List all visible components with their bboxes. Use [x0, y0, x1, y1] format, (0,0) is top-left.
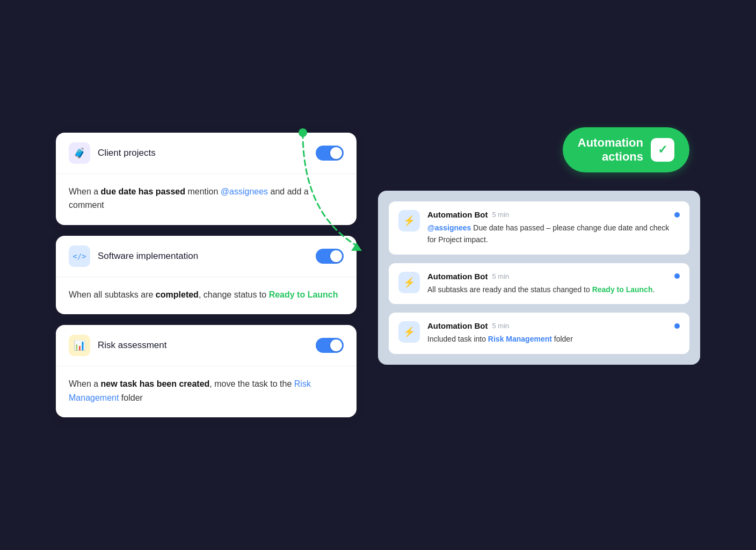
automation-actions-text: Automation actions	[578, 136, 643, 164]
card-header-risk: 📊 Risk assessment	[56, 325, 357, 366]
completed-text: completed	[156, 290, 199, 299]
chat-content-1: Automation Bot 5 min @assignees Due date…	[427, 210, 680, 245]
due-date-text: due date has passed	[101, 187, 185, 196]
chat-header-row-1: Automation Bot 5 min	[427, 210, 680, 219]
risk-body: When a new task has been created, move t…	[56, 366, 357, 417]
check-icon-box: ✓	[651, 138, 674, 162]
card-header-left-2: </> Software implementation	[69, 245, 198, 267]
assignees-link: @assignees	[221, 187, 268, 196]
chat-text-2: All subtasks are ready and the status ch…	[427, 284, 680, 296]
bot-name-1: Automation Bot	[427, 210, 488, 219]
ready-to-launch-text-2: Ready to Launch	[592, 285, 653, 294]
time-label-1: 5 min	[492, 211, 509, 219]
time-label-3: 5 min	[492, 322, 509, 330]
client-projects-title: Client projects	[98, 148, 156, 158]
bot-name-2: Automation Bot	[427, 272, 488, 281]
right-panel: Automation actions ✓ ⚡ Automation Bot 5 …	[378, 127, 700, 365]
connector-arrow	[297, 127, 426, 288]
lightning-icon-3: ⚡	[403, 326, 415, 338]
chart-icon: 📊	[74, 339, 85, 351]
chat-message-2: ⚡ Automation Bot 5 min All subtasks are …	[389, 263, 689, 305]
new-task-text: new task has been created	[101, 379, 210, 388]
ready-to-launch-link: Ready to Launch	[269, 290, 338, 299]
chat-area: ⚡ Automation Bot 5 min @assignees Due da…	[378, 191, 700, 365]
card-header-left: 🧳 Client projects	[69, 142, 156, 164]
online-dot-3	[674, 323, 680, 329]
chat-text-3: Included task into Risk Management folde…	[427, 334, 680, 345]
code-icon: </>	[72, 252, 86, 260]
assignees-mention-1: @assignees	[427, 223, 471, 232]
chat-message-3: ⚡ Automation Bot 5 min Included task int…	[389, 313, 689, 354]
online-dot-2	[674, 273, 680, 279]
briefcase-icon: 🧳	[74, 147, 85, 159]
software-title: Software implementation	[98, 251, 198, 262]
risk-toggle[interactable]	[316, 338, 344, 353]
software-icon-box: </>	[69, 245, 90, 267]
chat-content-3: Automation Bot 5 min Included task into …	[427, 321, 680, 345]
online-dot-1	[674, 212, 680, 218]
client-projects-icon-box: 🧳	[69, 142, 90, 164]
chat-message-1: ⚡ Automation Bot 5 min @assignees Due da…	[389, 201, 689, 254]
time-label-2: 5 min	[492, 272, 509, 280]
chat-content-2: Automation Bot 5 min All subtasks are re…	[427, 272, 680, 296]
svg-marker-1	[351, 243, 362, 251]
automation-actions-button[interactable]: Automation actions ✓	[563, 127, 689, 173]
risk-icon-box: 📊	[69, 335, 90, 356]
risk-title: Risk assessment	[98, 340, 166, 351]
main-container: 🧳 Client projects When a due date has pa…	[34, 111, 722, 439]
chat-header-row-2: Automation Bot 5 min	[427, 272, 680, 281]
bot-avatar-3: ⚡	[398, 321, 420, 343]
card-header-left-3: 📊 Risk assessment	[69, 335, 166, 356]
risk-management-link-3: Risk Management	[488, 335, 552, 343]
chat-text-1: @assignees Due date has passed – please …	[427, 222, 680, 245]
chat-header-row-3: Automation Bot 5 min	[427, 321, 680, 330]
checkmark-icon: ✓	[658, 143, 667, 157]
card-risk-assessment: 📊 Risk assessment When a new task has be…	[56, 325, 357, 417]
bot-name-3: Automation Bot	[427, 321, 488, 330]
